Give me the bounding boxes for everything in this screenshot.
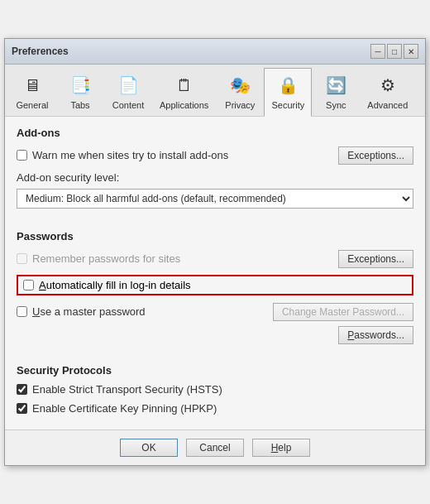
tabs-icon: 📑 — [67, 72, 93, 98]
security-level-row: Medium: Block all harmful add-ons (defau… — [17, 189, 413, 209]
hpkp-label[interactable]: Enable Certificate Key Pinning (HPKP) — [32, 402, 217, 415]
autofill-label[interactable]: Automatically fill in log-in details — [39, 279, 191, 291]
hsts-checkbox[interactable] — [17, 384, 27, 395]
security-level-label: Add-on security level: — [17, 171, 413, 184]
saved-pw-row: Passwords... — [17, 326, 413, 344]
footer: OK Cancel Help — [5, 430, 425, 465]
passwords-header: Passwords — [17, 230, 413, 242]
autofill-checkbox[interactable] — [23, 280, 34, 290]
tab-general[interactable]: 🖥 General — [8, 68, 56, 116]
minimize-button[interactable]: ─ — [370, 44, 385, 59]
change-master-password-button[interactable]: Change Master Password... — [273, 303, 413, 321]
security-icon: 🔒 — [275, 72, 301, 98]
tab-applications-label: Applications — [160, 100, 208, 110]
tab-tabs-label: Tabs — [70, 100, 89, 110]
protocols-header: Security Protocols — [17, 364, 413, 377]
tab-sync-label: Sync — [326, 100, 346, 110]
title-bar: Preferences ─ □ ✕ — [5, 39, 425, 65]
general-icon: 🖥 — [19, 72, 45, 98]
autofill-label-text: utomatically fill in log-in details — [46, 279, 191, 291]
tab-content[interactable]: 📄 Content — [104, 68, 152, 116]
sync-icon: 🔄 — [322, 72, 349, 98]
help-label-text: Help — [271, 442, 292, 454]
master-pw-row: Use a master password — [17, 304, 146, 319]
window-title: Preferences — [12, 46, 69, 57]
master-pw-label[interactable]: Use a master password — [32, 305, 146, 318]
hsts-row: Enable Strict Transport Security (HSTS) — [17, 382, 413, 397]
tab-advanced[interactable]: ⚙ Advanced — [360, 68, 415, 116]
tab-security-label: Security — [271, 100, 304, 110]
master-pw-checkbox[interactable] — [17, 306, 27, 317]
saved-passwords-button[interactable]: Passwords... — [338, 326, 413, 344]
content-icon: 📄 — [115, 72, 141, 98]
tab-advanced-label: Advanced — [367, 100, 408, 110]
hsts-label[interactable]: Enable Strict Transport Security (HSTS) — [32, 383, 222, 396]
advanced-icon: ⚙ — [375, 72, 401, 98]
hpkp-row: Enable Certificate Key Pinning (HPKP) — [17, 401, 413, 416]
passwords-exceptions-button[interactable]: Exceptions... — [338, 250, 413, 268]
preferences-window: Preferences ─ □ ✕ 🖥 General 📑 Tabs 📄 Con… — [4, 38, 426, 466]
remember-pw-checkbox[interactable] — [17, 253, 27, 264]
toolbar: 🖥 General 📑 Tabs 📄 Content 🗒 Application… — [5, 65, 425, 117]
tab-security[interactable]: 🔒 Security — [264, 68, 312, 117]
tab-sync[interactable]: 🔄 Sync — [312, 68, 360, 116]
autofill-highlighted-row: Automatically fill in log-in details — [17, 275, 413, 295]
tab-applications[interactable]: 🗒 Applications — [152, 68, 216, 116]
content-area: Add-ons Warn me when sites try to instal… — [5, 117, 425, 430]
master-pw-label-text: se a master password — [40, 305, 145, 318]
close-button[interactable]: ✕ — [404, 44, 418, 59]
title-bar-controls: ─ □ ✕ — [370, 44, 418, 59]
applications-icon: 🗒 — [171, 72, 198, 98]
tab-privacy[interactable]: 🎭 Privacy — [216, 68, 264, 116]
tab-general-label: General — [16, 100, 48, 110]
addons-header: Add-ons — [17, 127, 413, 139]
remember-pw-label[interactable]: Remember passwords for sites — [32, 252, 180, 265]
tab-tabs[interactable]: 📑 Tabs — [56, 68, 104, 116]
remember-pw-row: Remember passwords for sites — [17, 251, 180, 266]
privacy-icon: 🎭 — [227, 72, 253, 98]
hpkp-checkbox[interactable] — [17, 403, 27, 414]
warn-addons-label[interactable]: Warn me when sites try to install add-on… — [32, 149, 228, 161]
security-level-select[interactable]: Medium: Block all harmful add-ons (defau… — [17, 189, 413, 209]
ok-button[interactable]: OK — [120, 439, 178, 457]
tab-privacy-label: Privacy — [225, 100, 255, 110]
addons-exceptions-button[interactable]: Exceptions... — [338, 146, 413, 165]
saved-pw-label-text: asswords... — [354, 329, 404, 341]
help-button[interactable]: Help — [252, 439, 310, 457]
tab-content-label: Content — [112, 100, 145, 110]
cancel-button[interactable]: Cancel — [186, 439, 244, 457]
warn-addons-row: Warn me when sites try to install add-on… — [17, 147, 228, 163]
warn-addons-checkbox[interactable] — [17, 150, 27, 161]
maximize-button[interactable]: □ — [387, 44, 402, 59]
